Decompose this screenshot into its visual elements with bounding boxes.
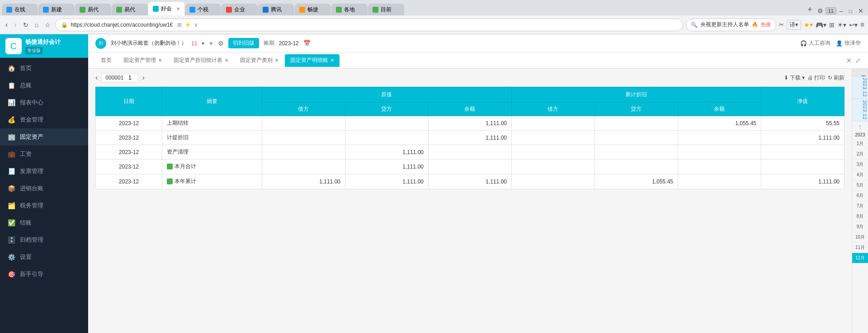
page-tab-2[interactable]: 固定资产折旧统计表✕ — [168, 54, 234, 67]
url-dropdown-icon[interactable]: ∨ — [194, 22, 198, 28]
download-button[interactable]: ⬇ 下载 ▾ — [784, 74, 805, 82]
close-button[interactable]: ✕ — [855, 7, 866, 14]
sidebar-item-新手引导[interactable]: 🎯新手引导 — [0, 266, 88, 283]
forward-button[interactable]: › — [12, 20, 18, 30]
month-item-1月[interactable]: 1月 — [852, 139, 868, 149]
month-item-10月[interactable]: 10月 — [852, 232, 868, 243]
page-tab-close-1[interactable]: ✕ — [158, 58, 162, 63]
sidebar-item-总账[interactable]: 📋总账 — [0, 77, 88, 94]
page-tab-close-3[interactable]: ✕ — [275, 58, 278, 63]
cell-value-3 — [511, 145, 594, 159]
next-page-button[interactable]: › — [142, 74, 144, 82]
browser-tab-tab10[interactable]: 各地 — [331, 4, 368, 15]
cell-summary: 上期结转 — [162, 116, 262, 131]
prev-page-button[interactable]: ‹ — [95, 74, 98, 82]
add-account-button[interactable]: + — [209, 39, 213, 47]
translate-icon[interactable]: 译▾ — [787, 20, 801, 30]
tab-favicon-tab2 — [43, 7, 49, 13]
month-item-5月[interactable]: 5月 — [852, 180, 868, 191]
browser-tab-tab11[interactable]: 目前 — [368, 4, 404, 15]
reload-button[interactable]: ↻ — [21, 20, 30, 29]
page-index-input[interactable] — [125, 75, 134, 81]
maximize-button[interactable]: □ — [846, 8, 855, 14]
close-panel-icon[interactable]: ✕ — [846, 57, 852, 64]
page-tab-3[interactable]: 固定资产类别✕ — [235, 54, 284, 67]
month-item-3月[interactable]: 3月 — [852, 159, 868, 170]
sidebar-item-报表中心[interactable]: 📊报表中心 — [0, 94, 88, 111]
sidebar-item-资金管理[interactable]: 💰资金管理 — [0, 111, 88, 128]
menu-icon[interactable]: ≡ — [860, 21, 864, 29]
user-button[interactable]: 👤 徐泽华 — [836, 39, 861, 47]
grid-icon[interactable]: ⊞ — [829, 21, 835, 28]
sidebar-item-设置[interactable]: ⚙️设置 — [0, 249, 88, 266]
browser-tab-tab2[interactable]: 新建 — [38, 4, 75, 15]
bookmark-button[interactable]: ☆ — [43, 20, 52, 29]
month-item-11月[interactable]: 11月 — [852, 243, 868, 253]
browser-tab-tab3[interactable]: 易代 — [75, 4, 111, 15]
period-selector-label[interactable]: 期间选择 — [852, 69, 868, 76]
sidebar-item-发票管理[interactable]: 🧾发票管理 — [0, 163, 88, 180]
service-button[interactable]: 🎧 人工咨询 — [800, 39, 830, 47]
cell-value-3 — [511, 174, 594, 189]
page-tab-close-4[interactable]: ✕ — [330, 58, 334, 63]
sidebar-item-固定资产[interactable]: 🏢固定资产 — [0, 128, 88, 145]
browser-tab-tab8[interactable]: 腾讯 — [258, 4, 294, 15]
sidebar-item-归档管理[interactable]: 🗄️归档管理 — [0, 231, 88, 249]
scissors-icon[interactable]: ✂ — [779, 21, 784, 28]
cell-value-0 — [262, 159, 345, 174]
month-item-2月[interactable]: 2月 — [852, 149, 868, 159]
search-area[interactable]: 🔍 央视更新主持人名单 🔥 热搜 — [686, 19, 776, 31]
print-button[interactable]: 🖨 打印 — [807, 74, 825, 82]
browser-tab-tab6[interactable]: 个税 — [185, 4, 221, 15]
tab-favicon-tab8 — [263, 7, 269, 13]
cell-date: 2023-12 — [96, 159, 162, 174]
minimize-button[interactable]: – — [837, 7, 846, 14]
month-item-6月[interactable]: 6月 — [852, 191, 868, 201]
tab-count-badge[interactable]: 11 — [826, 7, 836, 14]
month-item-7月[interactable]: 7月 — [852, 201, 868, 211]
month-item-8月[interactable]: 8月 — [852, 211, 868, 222]
sidebar-item-进销台账[interactable]: 📦进销台账 — [0, 180, 88, 197]
month-item-9月[interactable]: 9月 — [852, 222, 868, 232]
month-item-12月[interactable]: 12月 — [852, 253, 868, 263]
page-tab-close-2[interactable]: ✕ — [225, 58, 228, 63]
page-tab-0[interactable]: 首页 — [95, 54, 117, 67]
refresh-button[interactable]: ↻ 刷新 — [828, 74, 844, 82]
brightness-icon[interactable]: ☀▾ — [837, 21, 846, 28]
expand-panel-icon[interactable]: ⤢ — [855, 57, 861, 64]
cell-date: 2023-12 — [96, 145, 162, 159]
col-orig-balance: 余额 — [428, 103, 511, 116]
period-selected-bottom[interactable]: 2023.12 — [852, 99, 868, 122]
page-number: 000001 — [105, 75, 123, 81]
star-icon[interactable]: ★▾ — [804, 21, 813, 28]
browser-tab-tab9[interactable]: 畅捷 — [295, 4, 331, 15]
dropdown-arrow[interactable]: ▾ — [202, 40, 204, 47]
back-button[interactable]: ‹ — [4, 20, 9, 30]
period-selected-top[interactable]: 2023.12 — [852, 76, 868, 99]
month-item-4月[interactable]: 4月 — [852, 170, 868, 180]
browser-tab-tab4[interactable]: 易代 — [112, 4, 148, 15]
home-button[interactable]: ⌂ — [33, 20, 40, 29]
scroll-up-icon[interactable]: ↑ — [852, 122, 868, 131]
page-tab-4[interactable]: 固定资产明细账✕ — [285, 54, 340, 67]
settings-icon-btn[interactable]: ⚙ — [218, 40, 224, 47]
page-tab-1[interactable]: 固定资产管理✕ — [118, 54, 167, 67]
browser-tab-tab7[interactable]: 企业 — [222, 4, 258, 15]
undo-icon[interactable]: ↩▾ — [849, 21, 858, 28]
calendar-icon[interactable]: 📅 — [303, 40, 311, 47]
sidebar-item-工资[interactable]: 💼工资 — [0, 145, 88, 163]
url-bar[interactable]: 🔒 https://cloud.chanjet.com/accounting/u… — [55, 19, 683, 31]
new-tab-button[interactable]: + — [805, 5, 815, 14]
browser-tab-tab5[interactable]: 好会✕ — [148, 2, 184, 15]
game-icon[interactable]: 🎮▾ — [816, 21, 826, 28]
tab-close-tab5[interactable]: ✕ — [176, 6, 180, 11]
ledger-table: 日期 摘要 原值 累计折旧 净值 借方 贷方 余额 借方 贷方 余额 — [95, 87, 844, 189]
sidebar-item-首页[interactable]: 🏠首页 — [0, 60, 88, 77]
switch-version-button[interactable]: 切到旧版 — [228, 38, 259, 48]
tab-settings-icon[interactable]: ⚙ — [816, 7, 825, 14]
page-tab-label-0: 首页 — [101, 56, 112, 64]
browser-tab-tab1[interactable]: 在线 — [2, 4, 38, 15]
sidebar-item-税务管理[interactable]: 🗂️税务管理 — [0, 197, 88, 214]
sidebar-item-结账[interactable]: ✅结账 — [0, 214, 88, 231]
sidebar-icon-资金管理: 💰 — [7, 116, 15, 123]
